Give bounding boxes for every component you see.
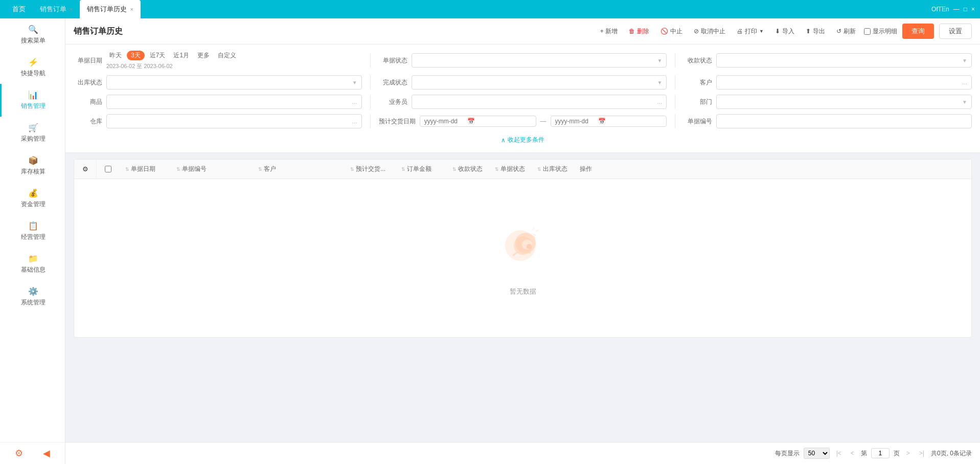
page-size-select[interactable]: 50 10 20 100 (804, 448, 830, 459)
filter-dept: 部门 ▼ (683, 95, 972, 109)
sidebar-item-finance[interactable]: 💰 资金管理 (0, 182, 65, 215)
sort-icon-no: ⇅ (176, 167, 180, 172)
top-bar-right: OfTEn — □ × (931, 6, 975, 13)
sort-icon-pay: ⇅ (452, 167, 457, 172)
export-icon: ⬆ (806, 28, 811, 35)
pay-status-select[interactable]: ▼ (716, 53, 972, 68)
date-3days[interactable]: 3天 (127, 51, 145, 60)
export-label: 导出 (813, 27, 825, 36)
sidebar-item-base-info[interactable]: 📁 基础信息 (0, 248, 65, 280)
col-header-pay-status[interactable]: ⇅ 收款状态 (446, 160, 489, 179)
select-all-checkbox[interactable] (105, 166, 111, 172)
col-settings[interactable]: ⚙ (74, 160, 97, 178)
export-button[interactable]: ⬆ 导出 (803, 25, 828, 38)
filter-salesman: 业务员 ... (379, 95, 667, 109)
delivery-date-from-input[interactable] (424, 118, 465, 125)
page-last-btn[interactable]: >| (917, 449, 927, 458)
filter-pay-status-label: 收款状态 (683, 56, 712, 65)
delivery-date-from-wrap[interactable]: 📅 (420, 116, 536, 127)
page-next-btn[interactable]: > (904, 449, 913, 458)
new-button[interactable]: + 新增 (597, 25, 621, 38)
tab-sales-order-history-close[interactable]: × (130, 6, 133, 12)
bill-no-input[interactable] (716, 114, 972, 128)
refresh-icon: ↺ (836, 28, 841, 35)
date-custom[interactable]: 自定义 (215, 51, 239, 60)
col-header-delivery[interactable]: ⇅ 预计交货... (344, 160, 395, 179)
window-maximize[interactable]: □ (964, 6, 967, 13)
content-area: 销售订单历史 + 新增 🗑 删除 🚫 中止 ⊘ 取消中止 � (65, 18, 980, 464)
delivery-date-to-wrap[interactable]: 📅 (551, 116, 667, 127)
warehouse-input[interactable]: ... (106, 114, 362, 128)
col-bill-status-label: 单据状态 (500, 165, 525, 173)
calendar-from-icon[interactable]: 📅 (467, 118, 475, 125)
filter-divider-7 (370, 114, 371, 128)
bill-status-select[interactable]: ▼ (412, 53, 667, 68)
tab-home[interactable]: 首页 (5, 0, 33, 18)
sidebar-item-inventory[interactable]: 📦 库存核算 (0, 149, 65, 182)
tab-sales-order-history[interactable]: 销售订单历史 × (80, 0, 140, 18)
filter-salesman-label: 业务员 (379, 98, 407, 106)
delete-button[interactable]: 🗑 删除 (626, 25, 652, 38)
sidebar-settings-icon[interactable]: ⚙ (15, 448, 23, 459)
col-check[interactable] (97, 161, 119, 178)
import-button[interactable]: ⬇ 导入 (772, 25, 797, 38)
delivery-date-to-input[interactable] (555, 118, 596, 125)
sidebar-item-sales-mgmt[interactable]: 📊 销售管理 (0, 84, 65, 117)
page-label: 页 (894, 449, 900, 458)
bill-status-arrow: ▼ (657, 58, 662, 63)
sidebar-item-sys-mgmt[interactable]: ⚙️ 系统管理 (0, 280, 65, 313)
query-button[interactable]: 查询 (902, 24, 934, 39)
filter-bill-date: 单据日期 昨天 3天 近7天 近1月 更多 自定义 2023-06-02 至 2… (74, 51, 362, 70)
collapse-label: 收起更多条件 (508, 136, 544, 144)
col-header-bill-no[interactable]: ⇅ 单据编号 (170, 160, 252, 179)
tab-sales-order[interactable]: 销售订单 × (33, 0, 80, 18)
refresh-button[interactable]: ↺ 刷新 (833, 25, 859, 38)
goods-input[interactable]: ... (106, 95, 362, 109)
col-customer-label: 客户 (264, 165, 276, 173)
salesman-input[interactable]: ... (412, 95, 667, 109)
sidebar-item-inventory-label: 库存核算 (21, 167, 45, 176)
out-status-select[interactable]: ▼ (106, 75, 362, 90)
settings-button[interactable]: 设置 (939, 24, 972, 39)
sidebar-item-purchase-mgmt[interactable]: 🛒 采购管理 (0, 117, 65, 149)
stop-label: 中止 (670, 27, 682, 36)
date-more[interactable]: 更多 (194, 51, 213, 60)
stop-button[interactable]: 🚫 中止 (657, 25, 686, 38)
window-minimize[interactable]: — (953, 6, 960, 13)
tab-sales-order-close[interactable]: × (70, 6, 73, 12)
col-header-amount[interactable]: ⇅ 订单金额 (395, 160, 446, 179)
collapse-button[interactable]: ∧ 收起更多条件 (74, 134, 972, 146)
print-button[interactable]: 🖨 打印 ▼ (734, 25, 767, 38)
display-detail-checkbox-wrap[interactable]: 显示明细 (864, 27, 897, 36)
col-header-out-status[interactable]: ⇅ 出库状态 (531, 160, 574, 179)
date-1month[interactable]: 近1月 (170, 51, 192, 60)
display-detail-checkbox[interactable] (864, 28, 871, 35)
goto-label: 第 (861, 449, 867, 458)
page-prev-btn[interactable]: < (848, 449, 857, 458)
window-close[interactable]: × (971, 6, 975, 13)
cancel-stop-button[interactable]: ⊘ 取消中止 (691, 25, 728, 38)
col-header-bill-status[interactable]: ⇅ 单据状态 (489, 160, 531, 179)
sidebar-collapse-icon[interactable]: ◀ (43, 448, 50, 459)
date-7days[interactable]: 近7天 (147, 51, 169, 60)
filter-out-status: 出库状态 ▼ (74, 75, 362, 90)
col-header-bill-date[interactable]: ⇅ 单据日期 (119, 160, 170, 179)
tab-sales-order-history-label: 销售订单历史 (87, 5, 127, 14)
date-yesterday[interactable]: 昨天 (106, 51, 125, 60)
import-icon: ⬇ (775, 28, 780, 35)
settings-col-icon[interactable]: ⚙ (82, 165, 88, 173)
sidebar-item-quick-nav[interactable]: ⚡ 快捷导航 (0, 51, 65, 84)
sidebar-item-search-menu[interactable]: 🔍 搜索菜单 (0, 18, 65, 51)
empty-illustration (492, 220, 554, 281)
customer-input[interactable]: ... (716, 75, 972, 90)
salesman-dots: ... (657, 98, 662, 105)
sort-icon-date: ⇅ (125, 167, 129, 172)
dept-select[interactable]: ▼ (716, 95, 972, 109)
complete-status-select[interactable]: ▼ (412, 75, 667, 90)
page-number-input[interactable]: 1 (871, 448, 890, 458)
sidebar-item-operations-label: 经营管理 (21, 233, 45, 241)
sidebar-item-operations[interactable]: 📋 经营管理 (0, 215, 65, 248)
col-header-customer[interactable]: ⇅ 客户 (252, 160, 344, 179)
calendar-to-icon[interactable]: 📅 (598, 118, 606, 125)
page-first-btn[interactable]: |< (834, 449, 844, 458)
